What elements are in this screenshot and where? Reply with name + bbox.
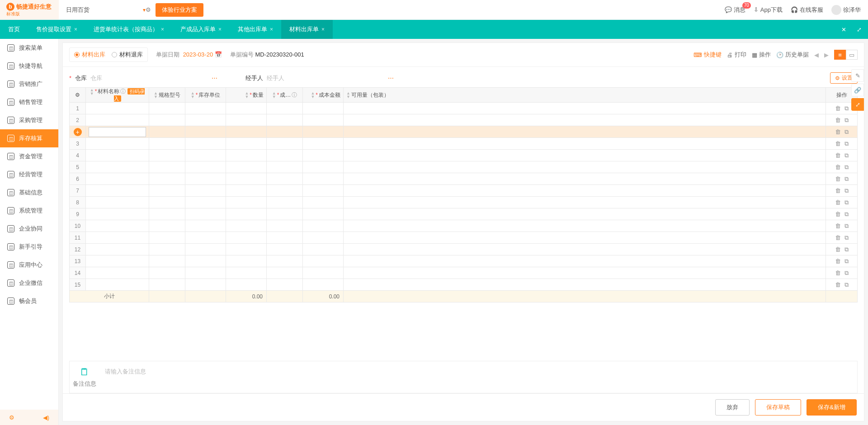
row-delete-icon[interactable]: 🗑 <box>835 211 841 217</box>
row-copy-icon[interactable]: ⧉ <box>844 258 849 264</box>
discard-button[interactable]: 放弃 <box>715 399 750 416</box>
tab-1[interactable]: 售价提取设置× <box>28 20 85 39</box>
table-row[interactable]: +🗑⧉ <box>70 126 858 138</box>
messages-button[interactable]: 💬 消息 70 <box>725 6 745 14</box>
row-delete-icon[interactable]: 🗑 <box>835 269 841 276</box>
tab-2[interactable]: 进货单统计表（按商品）× <box>85 20 172 39</box>
row-delete-icon[interactable]: 🗑 <box>835 258 841 264</box>
row-copy-icon[interactable]: ⧉ <box>844 117 849 123</box>
sidebar-item-4[interactable]: ◫采购管理 <box>0 111 58 129</box>
row-delete-icon[interactable]: 🗑 <box>835 281 841 288</box>
shortcut-button[interactable]: ⌨快捷键 <box>693 51 722 59</box>
col-qty[interactable]: 数量 <box>253 92 264 98</box>
row-copy-icon[interactable]: ⧉ <box>844 105 849 112</box>
table-settings-icon[interactable]: ⚙ <box>75 92 80 98</box>
warehouse-lookup-icon[interactable]: ⋯ <box>212 75 218 81</box>
table-row[interactable]: 3🗑⧉ <box>70 138 858 150</box>
sidebar-item-11[interactable]: ◫新手引导 <box>0 238 58 256</box>
tab-close-icon[interactable]: × <box>161 26 164 33</box>
col-available[interactable]: 可用量（包装） <box>351 92 389 98</box>
info-icon[interactable]: ⓘ <box>120 88 126 94</box>
row-delete-icon[interactable]: 🗑 <box>835 140 841 147</box>
tab-close-icon[interactable]: × <box>270 26 273 33</box>
warehouse-input[interactable] <box>90 75 208 81</box>
row-copy-icon[interactable]: ⧉ <box>844 128 849 135</box>
row-copy-icon[interactable]: ⧉ <box>844 164 849 170</box>
table-row[interactable]: 9🗑⧉ <box>70 208 858 220</box>
table-row[interactable]: 11🗑⧉ <box>70 232 858 244</box>
tabs-close-button[interactable]: ✕ <box>837 23 850 36</box>
sidebar-item-12[interactable]: ◫应用中心 <box>0 256 58 274</box>
category-select[interactable]: 日用百货 ▾ <box>66 6 146 14</box>
support-button[interactable]: 🎧 在线客服 <box>791 6 823 14</box>
row-delete-icon[interactable]: 🗑 <box>835 175 841 182</box>
tab-close-icon[interactable]: × <box>321 26 325 33</box>
date-value[interactable]: 2023-03-20 <box>183 51 213 58</box>
row-delete-icon[interactable]: 🗑 <box>835 164 841 170</box>
table-row[interactable]: 12🗑⧉ <box>70 244 858 255</box>
sidebar-item-3[interactable]: ◫销售管理 <box>0 93 58 111</box>
row-copy-icon[interactable]: ⧉ <box>844 246 849 253</box>
radio-material-return[interactable]: 材料退库 <box>112 51 143 59</box>
sidebar-item-0[interactable]: ◫搜索菜单 <box>0 39 58 57</box>
handler-lookup-icon[interactable]: ⋯ <box>388 75 395 81</box>
table-row[interactable]: 2🗑⧉ <box>70 114 858 126</box>
tab-3[interactable]: 产成品入库单× <box>172 20 230 39</box>
info-icon[interactable]: ⓘ <box>292 92 297 98</box>
row-copy-icon[interactable]: ⧉ <box>844 234 849 241</box>
row-copy-icon[interactable]: ⧉ <box>844 211 849 217</box>
row-delete-icon[interactable]: 🗑 <box>835 234 841 241</box>
row-delete-icon[interactable]: 🗑 <box>835 117 841 123</box>
row-copy-icon[interactable]: ⧉ <box>844 140 849 147</box>
col-material[interactable]: 材料名称 <box>98 88 119 94</box>
view-card-button[interactable]: ▭ <box>846 50 858 60</box>
table-row[interactable]: 14🗑⧉ <box>70 267 858 279</box>
sidebar-item-13[interactable]: ◫企业微信 <box>0 274 58 292</box>
row-copy-icon[interactable]: ⧉ <box>844 175 849 182</box>
app-download-button[interactable]: ⇩ App下载 <box>754 6 783 14</box>
table-row[interactable]: 8🗑⧉ <box>70 197 858 208</box>
row-copy-icon[interactable]: ⧉ <box>844 199 849 206</box>
row-delete-icon[interactable]: 🗑 <box>835 199 841 206</box>
sidebar-settings-icon[interactable]: ⚙ <box>9 414 14 421</box>
sidebar-item-9[interactable]: ◫系统管理 <box>0 202 58 220</box>
save-draft-button[interactable]: 保存草稿 <box>755 399 801 416</box>
row-delete-icon[interactable]: 🗑 <box>835 128 841 135</box>
tabs-expand-button[interactable]: ⤢ <box>853 23 865 36</box>
print-button[interactable]: 🖨打印 <box>727 51 746 59</box>
row-delete-icon[interactable]: 🗑 <box>835 105 841 112</box>
row-copy-icon[interactable]: ⧉ <box>844 187 849 194</box>
table-row[interactable]: 13🗑⧉ <box>70 255 858 267</box>
sidebar-collapse-icon[interactable]: ◀) <box>43 414 49 421</box>
prev-doc-button[interactable]: ◀ <box>814 52 819 58</box>
save-new-button[interactable]: 保存&新增 <box>807 399 857 416</box>
table-row[interactable]: 7🗑⧉ <box>70 185 858 197</box>
table-row[interactable]: 1🗑⧉ <box>70 103 858 114</box>
row-delete-icon[interactable]: 🗑 <box>835 222 841 229</box>
table-row[interactable]: 10🗑⧉ <box>70 220 858 232</box>
table-row[interactable]: 4🗑⧉ <box>70 150 858 161</box>
rail-note-icon[interactable]: ✎ <box>851 69 864 82</box>
radio-material-out[interactable]: 材料出库 <box>74 51 105 59</box>
tab-4[interactable]: 其他出库单× <box>230 20 281 39</box>
sidebar-item-14[interactable]: ◫畅会员 <box>0 292 58 310</box>
calendar-icon[interactable]: 📅 <box>215 51 222 58</box>
add-row-button[interactable]: + <box>74 128 82 136</box>
tab-close-icon[interactable]: × <box>74 26 77 33</box>
remarks-input[interactable] <box>99 361 857 393</box>
material-input[interactable] <box>89 127 146 137</box>
col-unit[interactable]: 库存单位 <box>198 92 220 98</box>
sidebar-item-7[interactable]: ◫经营管理 <box>0 165 58 184</box>
row-delete-icon[interactable]: 🗑 <box>835 152 841 159</box>
row-delete-icon[interactable]: 🗑 <box>835 246 841 253</box>
row-copy-icon[interactable]: ⧉ <box>844 152 849 159</box>
row-delete-icon[interactable]: 🗑 <box>835 187 841 194</box>
sidebar-item-5[interactable]: ◫库存核算 <box>0 129 58 147</box>
user-menu[interactable]: 徐泽华 <box>831 5 861 15</box>
handler-input[interactable] <box>267 75 384 81</box>
tab-0[interactable]: 首页 <box>0 20 28 39</box>
tab-5[interactable]: 材料出库单× <box>281 20 333 39</box>
cta-button[interactable]: 体验行业方案 <box>156 3 203 17</box>
sidebar-item-1[interactable]: ◫快捷导航 <box>0 57 58 75</box>
rail-expand-icon[interactable]: ⤢ <box>851 98 864 111</box>
